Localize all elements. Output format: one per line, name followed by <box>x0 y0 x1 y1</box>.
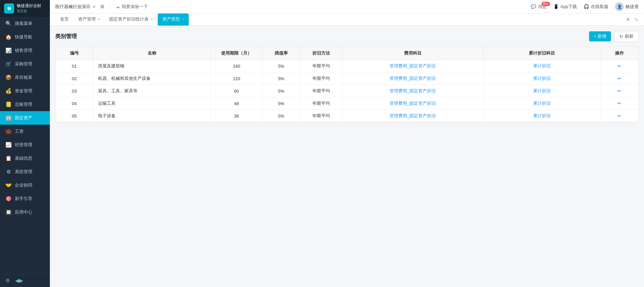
col-expense: 费用科目 <box>342 47 483 60</box>
cell-period: 48 <box>211 97 262 110</box>
main-area: 医疗器械行业演示 ▼ ⚙ ☁ 我要体验一下 💬 消息 99+ 📱 App下载 🎧… <box>50 0 644 287</box>
sidebar-item-guide[interactable]: 🎯 新手引导 <box>0 192 50 205</box>
cell-name: 机器、机械和其他生产设备 <box>93 72 211 85</box>
edit-icon[interactable]: ✏ <box>617 88 621 94</box>
tabbar: 首页 资产管理 × 固定资产折旧统计表 × 资产类型 × ✕ ⤡ <box>50 13 644 26</box>
cell-period: 36 <box>211 110 262 122</box>
edit-icon[interactable]: ✏ <box>617 76 621 81</box>
sidebar-item-search[interactable]: 🔍 搜索菜单 <box>0 17 50 30</box>
cell-method: 年限平均 <box>300 60 342 72</box>
sidebar: 畅 畅捷通好业财 普及版 🔍 搜索菜单 🏠 快捷导航 📊 销售管理 🛒 采购管理… <box>0 0 50 287</box>
cell-period: 240 <box>211 60 262 72</box>
tab-home[interactable]: 首页 <box>55 13 73 26</box>
app-logo-icon: 畅 <box>4 3 14 13</box>
cell-expense: 管理费用_固定资产折旧 <box>342 72 483 85</box>
sidebar-item-operations[interactable]: 📈 经营管理 <box>0 138 50 152</box>
cell-action: ✏ <box>601 72 638 85</box>
sidebar-bottom: ⚙ ◀▶ <box>0 274 50 287</box>
handshake-icon: 🤝 <box>5 182 11 188</box>
tab-asset-management[interactable]: 资产管理 × <box>73 13 104 26</box>
sidebar-item-basic-info[interactable]: 📋 基础信息 <box>0 152 50 165</box>
money-icon: 💰 <box>5 88 11 94</box>
user-menu[interactable]: 👤 畅捷通 <box>615 2 639 11</box>
table-row: 05 电子设备 36 5% 年限平均 管理费用_固定资产折旧 累计折旧 ✏ <box>56 110 638 122</box>
tab-close-icon[interactable]: × <box>98 17 100 21</box>
chevron-down-icon: ▼ <box>92 5 96 9</box>
cell-method: 年限平均 <box>300 72 342 85</box>
refresh-button[interactable]: ↻ 刷新 <box>614 31 639 42</box>
app-logo-text: 畅捷通好业财 普及版 <box>17 3 41 13</box>
page-title: 类别管理 <box>55 33 77 40</box>
online-service-button[interactable]: 🎧 在线客服 <box>584 4 608 10</box>
table-row: 04 运输工具 48 5% 年限平均 管理费用_固定资产折旧 累计折旧 ✏ <box>56 97 638 110</box>
sidebar-item-quick-nav[interactable]: 🏠 快捷导航 <box>0 30 50 44</box>
sidebar-item-cooperation[interactable]: 🤝 企业协同 <box>0 179 50 192</box>
gear-icon: ⚙ <box>5 169 11 175</box>
avatar: 👤 <box>615 2 624 11</box>
category-table: 编号 名称 使用期限（月） 残值率 折旧方法 费用科目 累计折旧科目 操作 01… <box>55 46 639 123</box>
col-accumulated: 累计折旧科目 <box>483 47 601 60</box>
col-action: 操作 <box>601 47 638 60</box>
cell-action: ✏ <box>601 60 638 72</box>
cell-residual: 5% <box>263 110 300 122</box>
cell-accumulated: 累计折旧 <box>483 72 601 85</box>
table-row: 02 机器、机械和其他生产设备 120 5% 年限平均 管理费用_固定资产折旧 … <box>56 72 638 85</box>
sidebar-item-salary[interactable]: 💼 工资 <box>0 125 50 138</box>
edit-icon[interactable]: ✏ <box>617 113 621 119</box>
sidebar-item-app-center[interactable]: 🔲 应用中心 <box>0 205 50 219</box>
search-icon: 🔍 <box>5 21 11 27</box>
sidebar-item-purchase[interactable]: 🛒 采购管理 <box>0 57 50 71</box>
new-button[interactable]: + 新增 <box>589 31 611 41</box>
briefcase-icon: 💼 <box>5 128 11 134</box>
sidebar-logo: 畅 畅捷通好业财 普及版 <box>0 0 50 17</box>
box-icon: 📦 <box>5 74 11 81</box>
cell-period: 120 <box>211 72 262 85</box>
cell-accumulated: 累计折旧 <box>483 110 601 122</box>
edit-icon[interactable]: ✏ <box>617 101 621 106</box>
collapse-icon[interactable]: ◀▶ <box>15 278 23 284</box>
cell-residual: 5% <box>263 85 300 97</box>
cell-method: 年限平均 <box>300 97 342 110</box>
cell-action: ✏ <box>601 85 638 97</box>
cell-action: ✏ <box>601 110 638 122</box>
building-icon: 🏢 <box>5 115 11 121</box>
tabbar-actions: ✕ ⤡ <box>626 17 639 23</box>
tab-depreciation-table[interactable]: 固定资产折旧统计表 × <box>104 13 157 26</box>
settings-icon[interactable]: ⚙ <box>5 278 10 284</box>
topbar: 医疗器械行业演示 ▼ ⚙ ☁ 我要体验一下 💬 消息 99+ 📱 App下载 🎧… <box>50 0 644 13</box>
col-residual: 残值率 <box>263 47 300 60</box>
cell-period: 60 <box>211 85 262 97</box>
cell-residual: 5% <box>263 60 300 72</box>
feedback-button[interactable]: ☁ 我要体验一下 <box>116 4 148 10</box>
sidebar-item-capital[interactable]: 💰 资金管理 <box>0 84 50 98</box>
workspace-selector[interactable]: 医疗器械行业演示 ▼ <box>55 4 96 10</box>
grid-icon: 🔲 <box>5 209 11 215</box>
cell-method: 年限平均 <box>300 85 342 97</box>
col-name: 名称 <box>93 47 211 60</box>
sidebar-item-ledger[interactable]: 📒 总账管理 <box>0 98 50 111</box>
cell-action: ✏ <box>601 97 638 110</box>
home-icon: 🏠 <box>5 34 11 40</box>
clipboard-icon: 📋 <box>5 155 11 161</box>
sidebar-nav: 🔍 搜索菜单 🏠 快捷导航 📊 销售管理 🛒 采购管理 📦 库存核算 💰 资金管… <box>0 17 50 274</box>
app-download-button[interactable]: 📱 App下载 <box>553 4 577 10</box>
workspace-settings-icon[interactable]: ⚙ <box>100 4 104 10</box>
sidebar-item-inventory[interactable]: 📦 库存核算 <box>0 71 50 84</box>
book-icon: 📒 <box>5 101 11 107</box>
close-tab-icon[interactable]: ✕ <box>626 17 630 23</box>
page-header: 类别管理 + 新增 ↻ 刷新 <box>55 31 639 42</box>
sidebar-item-system[interactable]: ⚙ 系统管理 <box>0 165 50 179</box>
tab-asset-type[interactable]: 资产类型 × <box>158 13 189 26</box>
message-button[interactable]: 💬 消息 99+ <box>531 4 547 10</box>
edit-icon[interactable]: ✏ <box>617 63 621 69</box>
sidebar-item-sales[interactable]: 📊 销售管理 <box>0 44 50 57</box>
expand-icon[interactable]: ⤡ <box>634 17 639 23</box>
cell-expense: 管理费用_固定资产折旧 <box>342 110 483 122</box>
tab-close-icon[interactable]: × <box>151 17 153 21</box>
refresh-icon: ↻ <box>619 34 623 39</box>
cell-expense: 管理费用_固定资产折旧 <box>342 60 483 72</box>
sidebar-item-fixed-assets[interactable]: 🏢 固定资产 <box>0 111 50 125</box>
headset-icon: 🎧 <box>584 4 589 9</box>
tab-close-icon[interactable]: × <box>182 17 184 21</box>
feedback-icon: ☁ <box>116 4 120 9</box>
